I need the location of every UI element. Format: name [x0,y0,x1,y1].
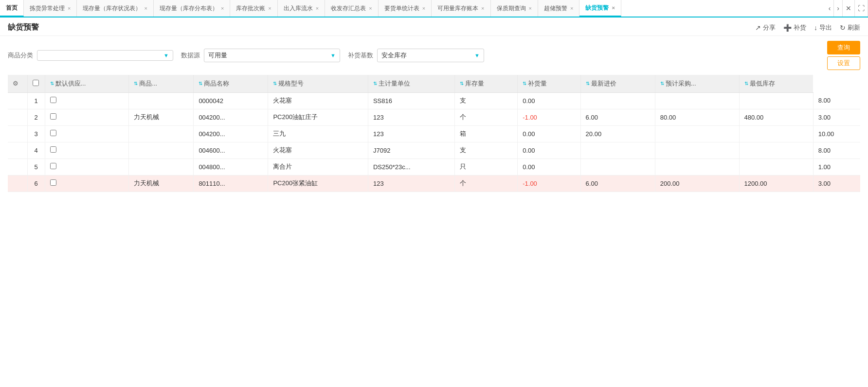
tab-8[interactable]: 可用量库存账本 × [432,0,490,17]
row-est-purchase: 1200.00 [739,175,813,192]
row-replenish: 6.00 [580,175,655,192]
row-replenish: 20.00 [580,125,655,142]
row-checkbox[interactable] [50,97,56,103]
base-select-value: 安全库存 [381,51,407,60]
category-chevron-icon: ▼ [163,53,169,58]
row-settings-cell [8,109,27,125]
row-settings-cell [8,92,27,109]
row-name: 火花塞 [268,92,368,109]
datasource-select[interactable]: 可用量 ▼ [204,49,340,62]
sort-icon: ⇅ [199,81,202,86]
latest-price-sort[interactable]: ⇅ 最新进价 [586,79,616,88]
tab-1[interactable]: 拣货异常处理 × [24,0,77,17]
tab-nav-next[interactable]: › [834,0,843,17]
tab-close-7[interactable]: × [422,5,425,11]
tab-2[interactable]: 现存量（库存状况表） × [77,0,153,17]
row-checkbox-cell [45,142,129,158]
sort-icon: ⇅ [460,81,464,86]
row-settings-cell [8,142,27,158]
tab-7[interactable]: 要货单统计表 × [379,0,432,17]
stock-sort[interactable]: ⇅ 库存量 [460,79,484,88]
col-stock[interactable]: ⇅ 库存量 [454,75,517,92]
gear-icon[interactable]: ⚙ [13,80,18,87]
row-checkbox[interactable] [50,113,56,120]
settings-button[interactable]: 设置 [827,56,860,70]
filter-row: 商品分类 ▼ 数据源 可用量 ▼ 补货基数 安全库存 ▼ 查询 设置 [0,36,868,75]
row-checkbox[interactable] [50,130,56,136]
col-latest-price[interactable]: ⇅ 最新进价 [580,75,655,92]
supplement-button[interactable]: ➕ 补货 [783,23,806,32]
tab-close-8[interactable]: × [481,5,484,11]
row-checkbox[interactable] [50,163,56,169]
tab-5[interactable]: 出入库流水 × [278,0,325,17]
datasource-label: 数据源 [181,51,200,60]
tab-home[interactable]: 首页 [0,0,24,17]
tab-nav-expand[interactable]: ⛶ [855,0,868,17]
row-code: 0000042 [194,92,268,109]
row-latest-price [655,92,739,109]
row-checkbox-cell [45,175,129,192]
tab-10[interactable]: 超储预警 × [538,0,579,17]
refresh-button[interactable]: ↻ 刷新 [840,23,860,32]
row-latest-price [655,125,739,142]
col-est-purchase[interactable]: ⇅ 预计采购... [655,75,739,92]
col-unit[interactable]: ⇅ 主计量单位 [368,75,454,92]
row-supplier [129,142,194,158]
replenish-sort[interactable]: ⇅ 补货量 [523,79,547,88]
base-select[interactable]: 安全库存 ▼ [377,49,484,62]
col-spec[interactable]: ⇅ 规格型号 [268,75,368,92]
tab-3[interactable]: 现存量（库存分布表） × [154,0,230,17]
tab-9[interactable]: 保质期查询 × [491,0,538,17]
tab-nav-restore[interactable]: ✕ [843,0,855,17]
code-sort[interactable]: ⇅ 商品... [134,79,157,88]
row-min-stock: 10.00 [813,125,860,142]
tab-close-6[interactable]: × [369,5,372,11]
row-settings-cell [8,175,27,192]
col-code[interactable]: ⇅ 商品... [129,75,194,92]
tab-close-5[interactable]: × [316,5,319,11]
share-button[interactable]: ↗ 分享 [755,23,776,32]
col-replenish[interactable]: ⇅ 补货量 [518,75,580,92]
sort-icon: ⇅ [50,81,54,86]
row-replenish [580,92,655,109]
row-checkbox[interactable] [50,179,56,186]
row-name: 三九 [268,125,368,142]
tab-close-11[interactable]: × [612,5,615,11]
unit-sort[interactable]: ⇅ 主计量单位 [373,79,410,88]
tab-close-2[interactable]: × [144,5,147,11]
spec-sort[interactable]: ⇅ 规格型号 [273,79,304,88]
sort-icon: ⇅ [523,81,526,86]
row-unit: 支 [454,142,517,158]
select-all-checkbox[interactable] [33,80,39,86]
tab-11[interactable]: 缺货预警 × [579,0,621,17]
col-name[interactable]: ⇅ 商品名称 [194,75,268,92]
category-select[interactable]: ▼ [37,50,173,61]
row-latest-price [655,158,739,175]
tab-4[interactable]: 库存批次账 × [230,0,277,17]
row-number: 2 [27,109,45,125]
min-stock-sort[interactable]: ⇅ 最低库存 [744,79,775,88]
page-content: 缺货预警 ↗ 分享 ➕ 补货 ↓ 导出 ↻ 刷新 商品分类 [0,18,868,387]
col-supplier[interactable]: ⇅ 默认供应... [45,75,129,92]
tab-close-3[interactable]: × [221,5,224,11]
row-spec: DS250*23c... [368,158,454,175]
name-sort[interactable]: ⇅ 商品名称 [199,79,229,88]
row-code: 004200... [194,109,268,125]
row-number: 1 [27,92,45,109]
supplier-sort[interactable]: ⇅ 默认供应... [50,79,86,88]
tab-6[interactable]: 收发存汇总表 × [325,0,378,17]
query-button[interactable]: 查询 [827,41,860,54]
tab-close-4[interactable]: × [268,5,271,11]
row-spec: 123 [368,175,454,192]
tab-close-9[interactable]: × [529,5,532,11]
est-purchase-sort[interactable]: ⇅ 预计采购... [660,79,696,88]
row-checkbox[interactable] [50,146,56,153]
export-button[interactable]: ↓ 导出 [814,23,832,32]
tab-nav-prev[interactable]: ‹ [826,0,834,17]
row-name: 离合片 [268,158,368,175]
share-icon: ↗ [755,24,761,32]
tab-close-1[interactable]: × [68,5,71,11]
col-min-stock[interactable]: ⇅ 最低库存 [739,75,813,92]
row-checkbox-cell [45,158,129,175]
tab-close-10[interactable]: × [570,5,573,11]
